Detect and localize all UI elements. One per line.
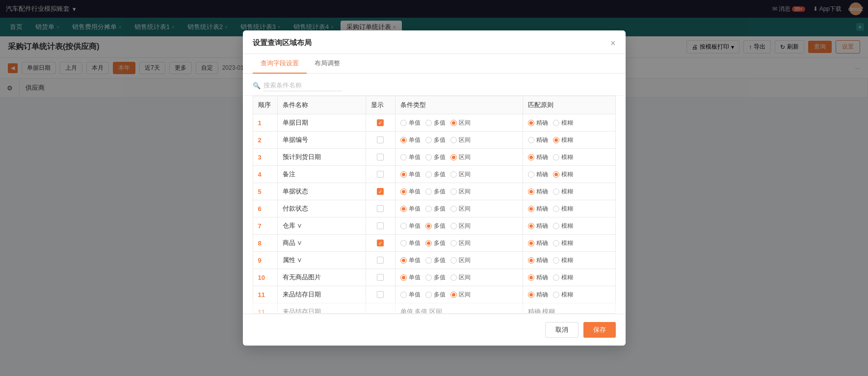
th-order: 顺序 [253, 96, 278, 98]
th-display: 显示 [366, 96, 395, 98]
dialog-tabs: 查询字段设置 布局调整 [243, 54, 626, 74]
dt-header-wrap: 顺序 条件名称 显示 条件类型 匹配原则 [243, 96, 626, 98]
modal-overlay: 设置查询区域布局 × 查询字段设置 布局调整 🔍 顺序 条件名称 显示 条件类型 [0, 0, 868, 98]
dialog-search-area: 🔍 [243, 74, 626, 96]
th-match: 匹配原则 [523, 96, 641, 98]
tab-layout[interactable]: 布局调整 [307, 54, 348, 74]
dialog-header: 设置查询区域布局 × [243, 30, 626, 54]
dialog-close-button[interactable]: × [610, 39, 616, 48]
tab-query-fields[interactable]: 查询字段设置 [253, 54, 307, 74]
search-icon: 🔍 [253, 82, 261, 89]
search-input[interactable] [263, 80, 342, 91]
dt-header: 顺序 条件名称 显示 条件类型 匹配原则 [253, 96, 616, 98]
th-type: 条件类型 [395, 96, 523, 98]
settings-dialog: 设置查询区域布局 × 查询字段设置 布局调整 🔍 顺序 条件名称 显示 条件类型 [243, 30, 626, 98]
th-name: 条件名称 [278, 96, 366, 98]
dialog-title: 设置查询区域布局 [253, 38, 312, 48]
